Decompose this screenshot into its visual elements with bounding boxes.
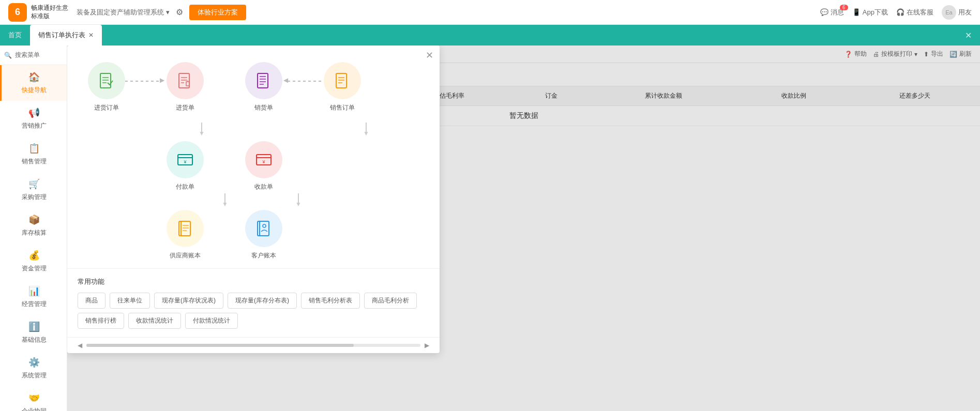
cf-btn-receipt-stats[interactable]: 收款情况统计 <box>128 313 181 329</box>
trial-button[interactable]: 体验行业方案 <box>189 5 246 20</box>
svg-rect-0 <box>100 73 111 88</box>
flow-node-sale-bill[interactable]: 销货单 <box>245 62 282 112</box>
sidebar-item-collab[interactable]: 🤝 企业协同 <box>0 386 67 411</box>
cf-buttons-row2: 销售排行榜 收款情况统计 付款情况统计 <box>78 313 429 329</box>
cf-buttons-row1: 商品 往来单位 现存量(库存状况表) 现存量(库存分布表) 销售毛利分析表 商品… <box>78 293 429 309</box>
flow-node-customer-account[interactable]: 客户账本 <box>245 210 282 260</box>
cf-btn-stock-dist[interactable]: 现存量(库存分布表) <box>228 293 297 309</box>
message-icon: 💬 <box>820 8 828 16</box>
flow-area: 进货订单 ▶ <box>67 45 440 123</box>
tab-home[interactable]: 首页 <box>0 25 30 45</box>
content-area: ❓ 帮助 🖨 按模板打印 ▾ ⬆ 导出 🔄 刷新 <box>67 45 980 411</box>
tab-bar: 首页 销售订单执行表 ✕ ✕ <box>0 25 980 45</box>
logo-text: 畅康通好生意 标准版 <box>31 4 68 20</box>
finance-icon: 💰 <box>28 250 40 261</box>
sidebar-item-system[interactable]: ⚙️ 系统管理 <box>0 351 67 386</box>
svg-text:¥: ¥ <box>262 159 265 164</box>
user-action[interactable]: Ea 用友 <box>942 5 972 20</box>
tab-close-icon[interactable]: ✕ <box>88 32 94 39</box>
header-right: 💬 消息 6 📱 App下载 🎧 在线客服 Ea 用友 <box>820 5 972 20</box>
svg-rect-9 <box>258 73 268 88</box>
logo-area: 6 畅康通好生意 标准版 <box>8 3 70 22</box>
flow-node-payment[interactable]: ¥ 付款单 <box>167 141 204 191</box>
system-icon: ⚙️ <box>28 357 40 368</box>
message-action[interactable]: 💬 消息 6 <box>820 8 844 17</box>
header-left: 6 畅康通好生意 标准版 装备及固定资产辅助管理系统 ▾ ⚙ 体验行业方案 <box>8 3 246 22</box>
search-icon: 🔍 <box>4 52 12 59</box>
modal-overlay: ✕ <box>67 45 980 411</box>
flow-node-purchase-bill[interactable]: 进货单 <box>167 62 204 112</box>
online-service-action[interactable]: 🎧 在线客服 <box>896 8 933 17</box>
flow-node-sale-order[interactable]: 销售订单 <box>324 62 361 112</box>
top-header: 6 畅康通好生意 标准版 装备及固定资产辅助管理系统 ▾ ⚙ 体验行业方案 💬 … <box>0 0 980 25</box>
app-download-action[interactable]: 📱 App下载 <box>852 8 888 17</box>
sidebar: 🔍 搜索菜单 🏠 快捷导航 📢 营销推广 📋 销售管理 🛒 采购管理 📦 <box>0 45 67 411</box>
cf-btn-payment-stats[interactable]: 付款情况统计 <box>185 313 238 329</box>
collab-icon: 🤝 <box>28 392 40 404</box>
sidebar-item-inventory[interactable]: 📦 库存核算 <box>0 208 67 243</box>
service-icon: 🎧 <box>896 8 904 16</box>
common-functions-title: 常用功能 <box>78 277 429 286</box>
sidebar-item-operations[interactable]: 📊 经营管理 <box>0 279 67 315</box>
svg-text:¥: ¥ <box>183 159 187 164</box>
cf-btn-product-margin[interactable]: 商品毛利分析 <box>364 293 417 309</box>
flow-node-receipt[interactable]: ¥ 收款单 <box>245 141 282 191</box>
sidebar-item-quicknav[interactable]: 🏠 快捷导航 <box>0 65 67 101</box>
inventory-icon: 📦 <box>28 214 40 225</box>
scroll-thumb[interactable] <box>86 344 354 347</box>
flow-node-purchase-order[interactable]: 进货订单 <box>88 62 125 112</box>
system-title-dropdown[interactable]: 装备及固定资产辅助管理系统 ▾ <box>77 8 170 17</box>
basicinfo-icon: ℹ️ <box>28 321 40 332</box>
sidebar-item-sales[interactable]: 📋 销售管理 <box>0 136 67 172</box>
scroll-track <box>86 344 420 347</box>
cf-btn-product[interactable]: 商品 <box>78 293 105 309</box>
main-area: 🔍 搜索菜单 🏠 快捷导航 📢 营销推广 📋 销售管理 🛒 采购管理 📦 <box>0 45 980 411</box>
common-functions: 常用功能 商品 往来单位 现存量(库存状况表) 现存量(库存分布表) 销售毛利分… <box>67 268 440 337</box>
sidebar-item-purchase[interactable]: 🛒 采购管理 <box>0 172 67 208</box>
download-icon: 📱 <box>852 8 861 16</box>
modal-close-button[interactable]: ✕ <box>426 50 433 61</box>
sale-bill-circle <box>245 62 282 99</box>
cf-btn-sales-rank[interactable]: 销售排行榜 <box>78 313 124 329</box>
svg-rect-25 <box>181 221 190 236</box>
settings-icon[interactable]: ⚙ <box>176 7 183 17</box>
sidebar-item-finance[interactable]: 💰 资金管理 <box>0 243 67 279</box>
customer-account-circle <box>245 210 282 247</box>
chevron-down-icon: ▾ <box>166 8 170 16</box>
cf-btn-partner[interactable]: 往来单位 <box>110 293 150 309</box>
purchase-order-circle <box>88 62 125 99</box>
cf-btn-sales-margin[interactable]: 销售毛利分析表 <box>301 293 360 309</box>
close-all-tabs-icon[interactable]: ✕ <box>965 31 980 40</box>
tab-sales-order[interactable]: 销售订单执行表 ✕ <box>30 25 102 45</box>
operations-icon: 📊 <box>28 285 40 297</box>
cf-btn-stock-status[interactable]: 现存量(库存状况表) <box>154 293 223 309</box>
sidebar-item-basicinfo[interactable]: ℹ️ 基础信息 <box>0 315 67 351</box>
receipt-circle: ¥ <box>245 141 282 178</box>
scroll-left-arrow[interactable]: ◀ <box>78 342 82 349</box>
purchase-bill-circle <box>167 62 204 99</box>
svg-rect-30 <box>260 221 269 236</box>
flow-node-supplier-account[interactable]: 供应商账本 <box>167 210 204 260</box>
payment-circle: ¥ <box>167 141 204 178</box>
marketing-icon: 📢 <box>28 107 40 118</box>
home-icon: 🏠 <box>28 71 40 83</box>
sales-icon: 📋 <box>28 143 40 154</box>
sidebar-search[interactable]: 🔍 搜索菜单 <box>0 45 67 65</box>
modal-box: ✕ <box>67 45 440 353</box>
message-badge: 6 <box>840 5 848 10</box>
svg-rect-14 <box>336 73 346 88</box>
scroll-right-arrow[interactable]: ▶ <box>425 342 429 349</box>
avatar: Ea <box>942 5 956 20</box>
sidebar-item-marketing[interactable]: 📢 营销推广 <box>0 101 67 136</box>
modal-scrollbar[interactable]: ◀ ▶ <box>67 337 440 353</box>
supplier-account-circle <box>167 210 204 247</box>
purchase-icon: 🛒 <box>28 178 40 190</box>
sale-order-circle <box>324 62 361 99</box>
logo-icon: 6 <box>8 3 27 22</box>
